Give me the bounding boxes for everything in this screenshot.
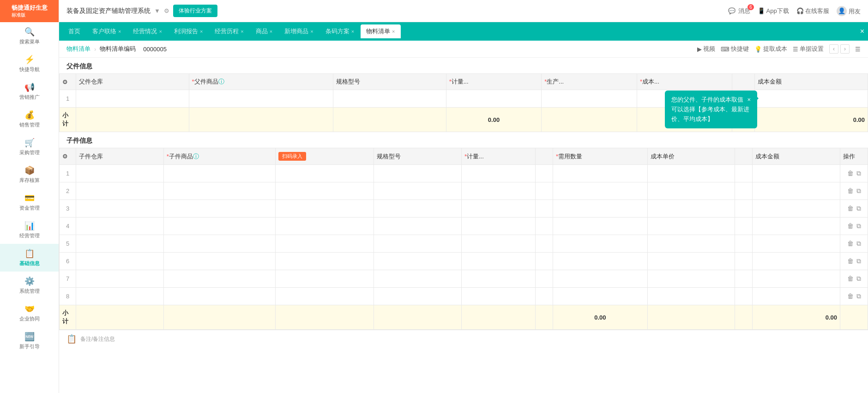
sidebar-item-inventory[interactable]: 📦 库存核算 bbox=[0, 161, 59, 188]
extract-cost-button[interactable]: 💡 提取成本 bbox=[754, 45, 787, 53]
settings-icon[interactable]: ⚙ bbox=[164, 7, 169, 14]
child-row-1-qty[interactable] bbox=[553, 165, 647, 182]
child-row-1-warehouse[interactable] bbox=[76, 165, 164, 182]
child-row-7-copy-icon[interactable]: ⧉ bbox=[856, 275, 861, 283]
child-row-6-spec[interactable] bbox=[374, 253, 462, 270]
child-row-8-product[interactable] bbox=[163, 288, 275, 305]
tab-customer[interactable]: 客户联络 × bbox=[87, 24, 127, 38]
child-row-4-copy-icon[interactable]: ⧉ bbox=[856, 222, 861, 230]
child-row-2-copy-icon[interactable]: ⧉ bbox=[856, 187, 861, 195]
child-row-6-copy-icon[interactable]: ⧉ bbox=[856, 257, 861, 265]
tab-operation[interactable]: 经营情况 × bbox=[127, 24, 167, 38]
tab-bom-close[interactable]: × bbox=[392, 29, 395, 34]
sidebar-item-cooperation[interactable]: 🤝 企业协同 bbox=[0, 299, 59, 327]
child-row-7-product[interactable] bbox=[163, 270, 275, 288]
tab-profit[interactable]: 利润报告 × bbox=[169, 24, 208, 38]
child-row-8-qty[interactable] bbox=[553, 288, 647, 305]
child-row-2-warehouse[interactable] bbox=[76, 182, 164, 200]
sidebar-item-search[interactable]: 🔍 搜索菜单 bbox=[0, 22, 59, 50]
child-row-2-unit[interactable] bbox=[461, 182, 535, 200]
sidebar-item-system[interactable]: ⚙️ 系统管理 bbox=[0, 272, 59, 299]
sidebar-item-quick-nav[interactable]: ⚡ 快捷导航 bbox=[0, 50, 59, 78]
child-row-5-product[interactable] bbox=[163, 235, 275, 253]
child-row-3-delete-icon[interactable]: 🗑 bbox=[847, 205, 854, 212]
sidebar-item-purchase[interactable]: 🛒 采购管理 bbox=[0, 133, 59, 161]
child-row-8-warehouse[interactable] bbox=[76, 288, 164, 305]
user-info-button[interactable]: 👤 用友 bbox=[837, 6, 861, 16]
tab-barcode-close[interactable]: × bbox=[351, 29, 354, 34]
child-row-1-delete-icon[interactable]: 🗑 bbox=[847, 169, 854, 177]
sidebar-item-finance[interactable]: 💳 资金管理 bbox=[0, 188, 59, 216]
view-video-button[interactable]: ▶ 视频 bbox=[697, 45, 715, 53]
sidebar-item-guide[interactable]: 🆕 新手引导 bbox=[0, 327, 59, 355]
child-row-7-spec[interactable] bbox=[374, 270, 462, 288]
tab-bom[interactable]: 物料清单 × bbox=[361, 24, 400, 38]
child-row-5-copy-icon[interactable]: ⧉ bbox=[856, 240, 861, 248]
parent-col-settings[interactable]: ⚙ bbox=[60, 74, 76, 90]
parent-row-1-spec[interactable] bbox=[333, 90, 446, 108]
child-row-8-unit-cost[interactable] bbox=[647, 288, 735, 305]
parent-row-1-warehouse[interactable] bbox=[76, 90, 189, 108]
child-row-7-unit[interactable] bbox=[461, 270, 535, 288]
tab-home[interactable]: 首页 bbox=[63, 24, 86, 38]
tab-bar-close-all[interactable]: × bbox=[860, 27, 864, 36]
child-row-4-delete-icon[interactable]: 🗑 bbox=[847, 222, 854, 230]
parent-row-1-produce[interactable] bbox=[542, 90, 637, 108]
child-row-4-unit-cost[interactable] bbox=[647, 218, 735, 235]
child-row-3-spec[interactable] bbox=[374, 200, 462, 218]
child-row-4-unit[interactable] bbox=[461, 218, 535, 235]
breadcrumb-parent[interactable]: 物料清单 bbox=[66, 45, 90, 53]
child-row-5-unit[interactable] bbox=[461, 235, 535, 253]
tab-goods[interactable]: 商品 × bbox=[250, 24, 278, 38]
child-row-6-warehouse[interactable] bbox=[76, 253, 164, 270]
tab-operation-close[interactable]: × bbox=[159, 29, 162, 34]
child-row-7-warehouse[interactable] bbox=[76, 270, 164, 288]
child-row-8-copy-icon[interactable]: ⧉ bbox=[856, 292, 861, 300]
child-row-1-unit[interactable] bbox=[461, 165, 535, 182]
child-row-3-unit-cost[interactable] bbox=[647, 200, 735, 218]
sidebar-item-marketing[interactable]: 📢 营销推广 bbox=[0, 78, 59, 105]
tab-customer-close[interactable]: × bbox=[118, 29, 121, 34]
app-download-button[interactable]: 📱 App下载 bbox=[758, 7, 789, 15]
child-row-7-unit-cost[interactable] bbox=[647, 270, 735, 288]
grid-view-icon[interactable]: ☰ bbox=[855, 46, 861, 53]
child-row-6-unit-cost[interactable] bbox=[647, 253, 735, 270]
tab-barcode[interactable]: 条码方案 × bbox=[320, 24, 360, 38]
online-service-button[interactable]: 🎧 在线客服 bbox=[796, 7, 830, 15]
child-row-1-unit-cost[interactable] bbox=[647, 165, 735, 182]
child-row-6-qty[interactable] bbox=[553, 253, 647, 270]
scan-input-button[interactable]: 扫码录入 bbox=[278, 152, 306, 161]
nav-next-button[interactable]: › bbox=[840, 44, 850, 54]
child-row-8-spec[interactable] bbox=[374, 288, 462, 305]
sidebar-item-operation[interactable]: 📊 经营管理 bbox=[0, 216, 59, 244]
sidebar-item-basic-info[interactable]: 📋 基础信息 bbox=[0, 244, 59, 272]
child-row-3-unit[interactable] bbox=[461, 200, 535, 218]
tooltip-close-button[interactable]: × bbox=[747, 95, 751, 105]
child-row-7-qty[interactable] bbox=[553, 270, 647, 288]
child-row-5-warehouse[interactable] bbox=[76, 235, 164, 253]
shortcut-button[interactable]: ⌨ 快捷键 bbox=[721, 45, 749, 53]
child-row-6-product[interactable] bbox=[163, 253, 275, 270]
nav-prev-button[interactable]: ‹ bbox=[829, 44, 838, 54]
child-row-4-spec[interactable] bbox=[374, 218, 462, 235]
dropdown-arrow[interactable]: ▼ bbox=[154, 7, 160, 14]
child-row-5-delete-icon[interactable]: 🗑 bbox=[847, 240, 854, 248]
tab-history-close[interactable]: × bbox=[241, 29, 243, 34]
child-row-1-spec[interactable] bbox=[374, 165, 462, 182]
message-button[interactable]: 💬 6 消息 bbox=[728, 7, 750, 15]
child-row-6-delete-icon[interactable]: 🗑 bbox=[847, 257, 854, 265]
child-row-3-warehouse[interactable] bbox=[76, 200, 164, 218]
child-row-6-unit[interactable] bbox=[461, 253, 535, 270]
tab-goods-close[interactable]: × bbox=[270, 29, 272, 34]
child-row-8-delete-icon[interactable]: 🗑 bbox=[847, 292, 854, 300]
child-row-4-qty[interactable] bbox=[553, 218, 647, 235]
child-col-settings[interactable]: ⚙ bbox=[60, 148, 76, 165]
single-setting-button[interactable]: ☰ 单据设置 bbox=[793, 45, 824, 53]
child-row-5-qty[interactable] bbox=[553, 235, 647, 253]
child-row-2-delete-icon[interactable]: 🗑 bbox=[847, 187, 854, 195]
child-row-1-copy-icon[interactable]: ⧉ bbox=[856, 169, 861, 177]
child-row-4-product[interactable] bbox=[163, 218, 275, 235]
child-row-2-product[interactable] bbox=[163, 182, 275, 200]
tab-profit-close[interactable]: × bbox=[200, 29, 203, 34]
child-row-2-unit-cost[interactable] bbox=[647, 182, 735, 200]
